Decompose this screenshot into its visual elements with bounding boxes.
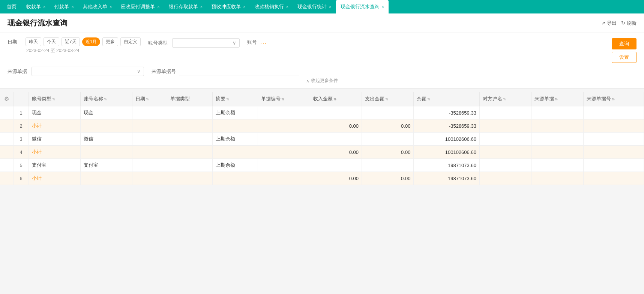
nav-tab-yushou[interactable]: 预收冲应收单 × (207, 0, 250, 13)
close-icon[interactable]: × (71, 4, 74, 9)
doc-no-cell (258, 146, 310, 159)
summary-cell (213, 119, 258, 133)
collapse-button[interactable]: ∧ 收起更多条件 (306, 78, 338, 84)
date-btn-custom[interactable]: 自定义 (120, 37, 141, 46)
page-title: 现金银行流水查询 (8, 18, 68, 28)
column-source-doc-no[interactable]: 来源单据号⇅ (583, 92, 644, 106)
account-name-cell (80, 119, 132, 133)
sort-icon: ⇅ (52, 97, 55, 101)
date-btn-today[interactable]: 今天 (44, 37, 59, 46)
column-doc-type[interactable]: 单据类型 (167, 92, 213, 106)
date-buttons: 昨天 今天 近7天 近1月 更多 自定义 (26, 37, 141, 46)
source-doc-cell (531, 133, 583, 146)
balance-cell: -3528659.33 (414, 106, 480, 119)
account-type-select[interactable]: ∨ (172, 38, 240, 48)
date-cell (132, 172, 167, 185)
date-cell (132, 133, 167, 146)
table-row: 5支付宝支付宝上期余额19871073.60 (0, 159, 644, 172)
table-row: 4小计0.000.00100102606.60 (0, 146, 644, 159)
income-cell: 0.00 (310, 119, 362, 133)
close-icon[interactable]: × (382, 4, 384, 9)
column-account-type[interactable]: 账号类型⇅ (29, 92, 80, 106)
source-doc-no-cell (583, 159, 644, 172)
export-button[interactable]: ↗ 导出 (601, 20, 617, 27)
date-btn-1month[interactable]: 近1月 (82, 37, 101, 46)
source-doc-no-input[interactable] (179, 67, 299, 76)
close-icon[interactable]: × (43, 4, 45, 9)
account-type-cell: 现金 (29, 106, 80, 119)
doc-no-cell (258, 172, 310, 185)
sort-icon: ⇅ (104, 97, 107, 101)
balance-cell: 100102606.60 (414, 146, 480, 159)
date-cell (132, 146, 167, 159)
doc-type-cell (167, 172, 213, 185)
close-icon[interactable]: × (110, 4, 112, 9)
account-dots-button[interactable]: ... (260, 38, 267, 46)
expense-cell (362, 159, 413, 172)
account-name-cell (80, 172, 132, 185)
account-label: 账号 (247, 39, 257, 46)
nav-tab-qita[interactable]: 其他收入单 × (78, 0, 116, 13)
doc-no-cell (258, 133, 310, 146)
date-btn-7days[interactable]: 近7天 (62, 37, 80, 46)
source-doc-no-cell (583, 146, 644, 159)
counterpart-cell (479, 159, 531, 172)
seq-cell: 5 (14, 159, 29, 172)
column-summary[interactable]: 摘要⇅ (213, 92, 258, 106)
nav-tab-tongji[interactable]: 现金银行统计 × (293, 0, 336, 13)
filter-area: 日期 昨天 今天 近7天 近1月 更多 自定义 2023-02-24 至 202… (0, 33, 644, 89)
nav-tab-liushui[interactable]: 现金银行流水查询 × (336, 0, 389, 13)
nav-tab-fukuandan[interactable]: 付款单 × (50, 0, 78, 13)
column-date[interactable]: 日期⇅ (132, 92, 167, 106)
doc-type-cell (167, 133, 213, 146)
source-doc-select[interactable]: ∨ (32, 67, 144, 76)
account-type-cell: 小计 (29, 119, 80, 133)
nav-tab-yinhang[interactable]: 银行存取款单 × (164, 0, 207, 13)
column-account-name[interactable]: 账号名称⇅ (80, 92, 132, 106)
date-btn-yesterday[interactable]: 昨天 (26, 37, 41, 46)
close-icon[interactable]: × (200, 4, 203, 9)
close-icon[interactable]: × (243, 4, 245, 9)
expense-cell: 0.00 (362, 119, 413, 133)
account-name-cell: 现金 (80, 106, 132, 119)
gear-cell (0, 106, 14, 119)
counterpart-cell (479, 133, 531, 146)
gear-icon[interactable]: ⚙ (4, 96, 9, 102)
nav-home[interactable]: 首页 (2, 3, 22, 10)
column-source-doc[interactable]: 来源单据⇅ (531, 92, 583, 106)
close-icon[interactable]: × (286, 4, 288, 9)
close-icon[interactable]: × (329, 4, 331, 9)
doc-no-cell (258, 119, 310, 133)
column-income[interactable]: 收入金额⇅ (310, 92, 362, 106)
expense-cell (362, 133, 413, 146)
date-label: 日期 (8, 39, 23, 45)
sort-icon: ⇅ (226, 97, 229, 101)
query-button[interactable]: 查询 (612, 38, 636, 49)
column-gear[interactable]: ⚙ (0, 92, 14, 106)
column-doc-no[interactable]: 单据编号⇅ (258, 92, 310, 106)
balance-cell: 19871073.60 (414, 172, 480, 185)
refresh-button[interactable]: ↻ 刷新 (621, 20, 636, 27)
column-expense[interactable]: 支出金额⇅ (362, 92, 413, 106)
gear-cell (0, 159, 14, 172)
nav-tab-yingshou[interactable]: 应收应付调整单 × (116, 0, 164, 13)
column-counterpart[interactable]: 对方户名⇅ (479, 92, 531, 106)
summary-cell: 上期余额 (213, 159, 258, 172)
summary-cell (213, 146, 258, 159)
column-balance[interactable]: 余额⇅ (414, 92, 480, 106)
nav-tab-shoukuan-hexiao[interactable]: 收款核销执行 × (250, 0, 293, 13)
column-seq (14, 92, 29, 106)
source-doc-cell (531, 106, 583, 119)
setting-button[interactable]: 设置 (612, 52, 636, 63)
income-cell (310, 159, 362, 172)
account-type-cell: 小计 (29, 146, 80, 159)
close-icon[interactable]: × (157, 4, 159, 9)
date-btn-more[interactable]: 更多 (102, 37, 118, 46)
account-type-cell: 支付宝 (29, 159, 80, 172)
gear-cell (0, 119, 14, 133)
date-cell (132, 119, 167, 133)
seq-cell: 6 (14, 172, 29, 185)
summary-cell: 上期余额 (213, 133, 258, 146)
nav-tab-shoukuandan[interactable]: 收款单 × (22, 0, 50, 13)
table-row: 1现金现金上期余额-3528659.33 (0, 106, 644, 119)
